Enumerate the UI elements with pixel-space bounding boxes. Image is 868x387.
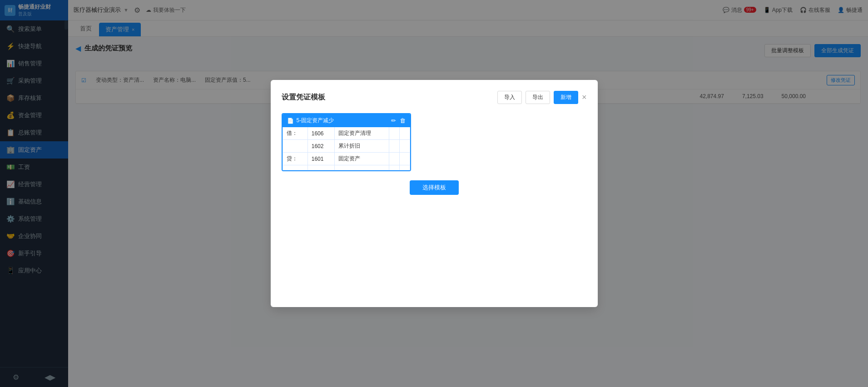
import-button[interactable]: 导入	[497, 91, 522, 104]
new-template-button[interactable]: 新增	[554, 91, 578, 104]
export-button[interactable]: 导出	[526, 91, 550, 104]
template-entry-row-2: 1602 累计折旧	[283, 140, 410, 153]
modal-overlay[interactable]: 设置凭证模板 导入 导出 新增 × 📄 5-固定资产减少	[0, 0, 868, 387]
template-entry-row-empty	[283, 165, 410, 170]
template-entry-row-1: 借： 1606 固定资产清理	[283, 127, 410, 140]
entry-side-1: 借：	[283, 127, 308, 140]
modal-title: 设置凭证模板	[282, 93, 325, 102]
modal-actions: 导入 导出 新增	[497, 91, 578, 104]
template-header-left: 📄 5-固定资产减少	[287, 117, 334, 124]
entry-credit-2	[399, 140, 410, 153]
delete-template-icon[interactable]: 🗑	[400, 117, 406, 124]
modal-close-button[interactable]: ×	[582, 93, 587, 102]
entry-side-3: 贷：	[283, 153, 308, 165]
entry-empty-4	[389, 165, 399, 170]
entry-debit-3	[389, 153, 399, 165]
entry-empty-5	[399, 165, 410, 170]
entry-side-2	[283, 140, 308, 153]
template-card: 📄 5-固定资产减少 ✏ 🗑 借： 1606 固定资产清理	[282, 113, 411, 171]
template-entry-row-3: 贷： 1601 固定资产	[283, 153, 410, 165]
entry-code-1: 1606	[308, 127, 334, 140]
entry-credit-1	[399, 127, 410, 140]
entry-code-2: 1602	[308, 140, 334, 153]
template-doc-icon: 📄	[287, 118, 294, 124]
template-card-header: 📄 5-固定资产减少 ✏ 🗑	[283, 114, 410, 127]
edit-template-icon[interactable]: ✏	[391, 117, 396, 124]
template-entries-table: 借： 1606 固定资产清理 1602 累计折旧 贷：	[283, 127, 410, 170]
entry-debit-1	[389, 127, 399, 140]
entry-credit-3	[399, 153, 410, 165]
entry-empty-3	[334, 165, 389, 170]
entry-empty-1	[283, 165, 308, 170]
entry-subject-3: 固定资产	[334, 153, 389, 165]
entry-subject-2: 累计折旧	[334, 140, 389, 153]
modal-header: 设置凭证模板 导入 导出 新增 ×	[282, 91, 587, 104]
select-template-button[interactable]: 选择模板	[410, 180, 459, 195]
entry-code-3: 1601	[308, 153, 334, 165]
entry-subject-1: 固定资产清理	[334, 127, 389, 140]
template-card-actions: ✏ 🗑	[391, 117, 406, 124]
entry-debit-2	[389, 140, 399, 153]
template-modal: 设置凭证模板 导入 导出 新增 × 📄 5-固定资产减少	[271, 80, 598, 307]
entry-empty-2	[308, 165, 334, 170]
template-number-name: 5-固定资产减少	[297, 117, 334, 124]
